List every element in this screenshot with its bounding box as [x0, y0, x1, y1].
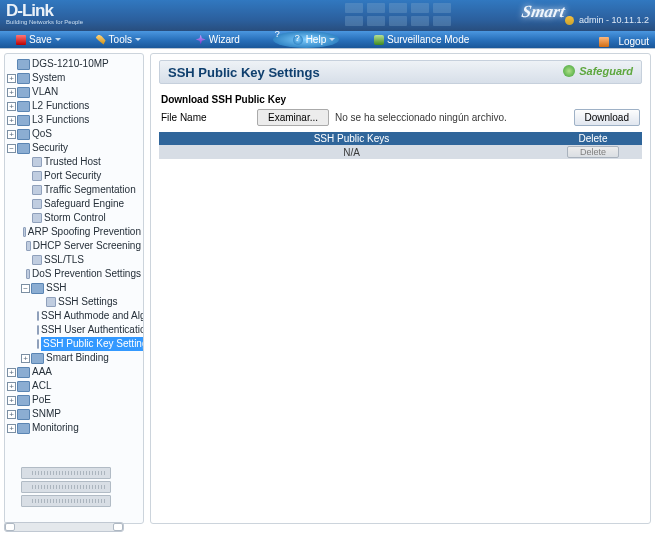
svg-rect-5: [345, 16, 363, 26]
admin-info: admin - 10.11.1.2: [565, 15, 649, 25]
cell-na: N/A: [159, 145, 544, 159]
h-scrollbar[interactable]: [4, 522, 124, 532]
help-icon: [293, 35, 303, 45]
menu-surveillance[interactable]: Surveillance Mode: [370, 31, 473, 48]
device-image: [21, 467, 111, 517]
safeguard-badge: Safeguard: [563, 65, 633, 77]
tree-port-security[interactable]: Port Security: [7, 169, 141, 183]
file-status-text: No se ha seleccionado ningún archivo.: [335, 112, 567, 123]
tree-arp[interactable]: ARP Spoofing Prevention: [7, 225, 141, 239]
menu-wizard-label: Wizard: [209, 34, 240, 45]
tree-acl[interactable]: +ACL: [7, 379, 141, 393]
logout-icon: [599, 37, 609, 47]
tree-smart-binding[interactable]: +Smart Binding: [7, 351, 141, 365]
safeguard-icon: [563, 65, 575, 77]
menu-surveillance-label: Surveillance Mode: [387, 34, 469, 45]
file-name-label: File Name: [161, 112, 251, 123]
tree-trusted-host[interactable]: Trusted Host: [7, 155, 141, 169]
brand-tagline: Building Networks for People: [6, 19, 83, 25]
tree-ssh-settings[interactable]: SSH Settings: [7, 295, 141, 309]
menu-tools[interactable]: Tools: [92, 31, 145, 48]
save-icon: [16, 35, 26, 45]
menu-bar: Save Tools Wizard Help Surveillance Mode…: [0, 31, 655, 48]
tree-qos[interactable]: +QoS: [7, 127, 141, 141]
download-section-title: Download SSH Public Key: [161, 94, 640, 105]
decorative-ports: [345, 0, 525, 31]
series-logo: Smart: [521, 2, 567, 22]
expand-icon[interactable]: +: [7, 74, 16, 83]
nav-tree: DGS-1210-10MP +System +VLAN +L2 Function…: [4, 53, 144, 524]
menu-logout[interactable]: Logout: [616, 33, 651, 50]
tree-l3[interactable]: +L3 Functions: [7, 113, 141, 127]
tree-ssl[interactable]: SSL/TLS: [7, 253, 141, 267]
tree-snmp[interactable]: +SNMP: [7, 407, 141, 421]
main-panel: SSH Public Key Settings Safeguard Downlo…: [150, 53, 651, 524]
collapse-icon[interactable]: −: [7, 144, 16, 153]
panel-title: SSH Public Key Settings: [168, 65, 320, 80]
svg-rect-4: [433, 3, 451, 13]
device-icon: [17, 59, 30, 70]
tree-root[interactable]: DGS-1210-10MP: [7, 57, 141, 71]
wizard-icon: [196, 35, 206, 45]
delete-button-disabled: Delete: [567, 146, 619, 158]
surveillance-icon: [374, 35, 384, 45]
tree-ssh-authmode[interactable]: SSH Authmode and Algorit: [7, 309, 141, 323]
top-bar: D-Link Building Networks for People Smar…: [0, 0, 655, 31]
cell-delete: Delete: [544, 145, 642, 159]
svg-rect-9: [433, 16, 451, 26]
tree-storm[interactable]: Storm Control: [7, 211, 141, 225]
table-header-row: SSH Public Keys Delete: [159, 132, 642, 145]
brand-logo: D-Link Building Networks for People: [6, 2, 83, 25]
tree-ssh-userauth[interactable]: SSH User Authentication Li: [7, 323, 141, 337]
menu-tools-label: Tools: [109, 34, 132, 45]
content-area: DGS-1210-10MP +System +VLAN +L2 Function…: [0, 48, 655, 528]
scroll-left-button[interactable]: [5, 523, 15, 531]
user-icon: [565, 16, 574, 25]
menu-help[interactable]: Help: [273, 31, 340, 48]
menu-logout-label: Logout: [618, 36, 649, 47]
svg-rect-8: [411, 16, 429, 26]
svg-rect-0: [345, 3, 363, 13]
tree-monitoring[interactable]: +Monitoring: [7, 421, 141, 435]
svg-rect-2: [389, 3, 407, 13]
keys-table: SSH Public Keys Delete N/A Delete: [159, 132, 642, 159]
tree-traffic-seg[interactable]: Traffic Segmentation: [7, 183, 141, 197]
scroll-right-button[interactable]: [113, 523, 123, 531]
svg-rect-3: [411, 3, 429, 13]
download-button[interactable]: Download: [574, 109, 640, 126]
tree-l2[interactable]: +L2 Functions: [7, 99, 141, 113]
col-ssh-keys: SSH Public Keys: [159, 132, 544, 145]
tree-system[interactable]: +System: [7, 71, 141, 85]
tree-poe[interactable]: +PoE: [7, 393, 141, 407]
svg-rect-6: [367, 16, 385, 26]
tree-aaa[interactable]: +AAA: [7, 365, 141, 379]
svg-rect-1: [367, 3, 385, 13]
tree-ssh-pubkey[interactable]: SSH Public Key Settings: [7, 337, 141, 351]
user-label: admin - 10.11.1.2: [579, 15, 649, 25]
panel-header: SSH Public Key Settings Safeguard: [159, 60, 642, 84]
tree-safeguard[interactable]: Safeguard Engine: [7, 197, 141, 211]
svg-rect-7: [389, 16, 407, 26]
file-row: File Name Examinar... No se ha seleccion…: [161, 109, 640, 126]
menu-help-label: Help: [306, 34, 327, 45]
menu-wizard[interactable]: Wizard: [192, 31, 244, 48]
table-row: N/A Delete: [159, 145, 642, 159]
tree-security[interactable]: −Security: [7, 141, 141, 155]
tree-dhcp[interactable]: DHCP Server Screening: [7, 239, 141, 253]
menu-save[interactable]: Save: [12, 31, 65, 48]
menu-save-label: Save: [29, 34, 52, 45]
tools-icon: [96, 35, 106, 45]
tree-dos[interactable]: DoS Prevention Settings: [7, 267, 141, 281]
browse-button[interactable]: Examinar...: [257, 109, 329, 126]
tree-ssh[interactable]: −SSH: [7, 281, 141, 295]
col-delete: Delete: [544, 132, 642, 145]
brand-name: D-Link: [6, 1, 53, 20]
tree-vlan[interactable]: +VLAN: [7, 85, 141, 99]
